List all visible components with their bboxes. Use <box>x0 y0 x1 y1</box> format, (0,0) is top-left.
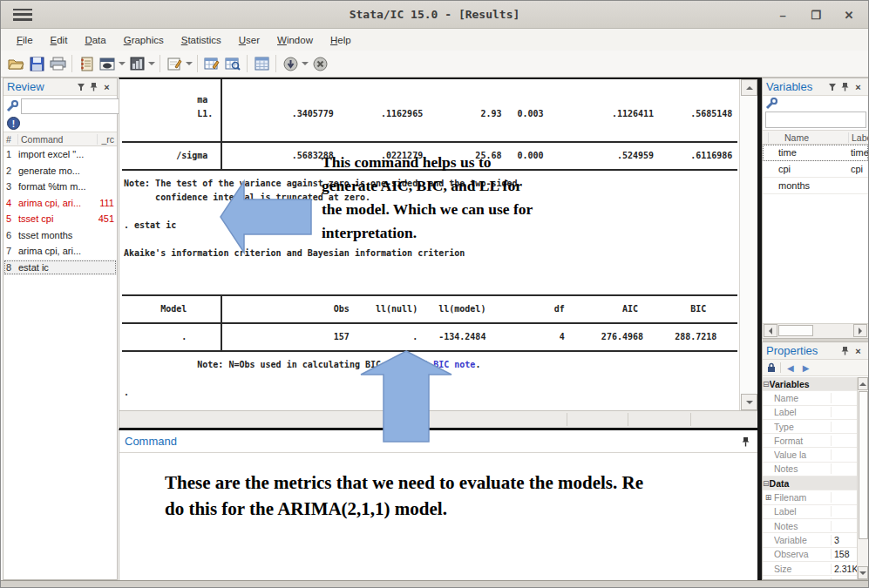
data-browser-button[interactable] <box>222 53 243 74</box>
do-dropdown-caret[interactable] <box>301 53 309 74</box>
results-scrollbar[interactable] <box>739 79 757 410</box>
menu-statistics[interactable]: Statistics <box>173 31 230 49</box>
save-button[interactable] <box>26 53 47 74</box>
col-name[interactable]: Name <box>768 132 848 143</box>
scroll-up-button[interactable] <box>741 79 757 96</box>
variables-column-headers: Name Label <box>763 130 868 145</box>
property-row[interactable]: Format <box>763 434 857 448</box>
collapse-icon[interactable]: ⊟ <box>763 479 770 488</box>
property-row[interactable]: Value la <box>763 448 857 462</box>
expand-icon[interactable]: ⊞ <box>763 493 774 502</box>
maximize-button[interactable]: ❐ <box>809 9 823 22</box>
close-icon[interactable]: × <box>852 345 865 357</box>
menu-user[interactable]: User <box>230 31 268 49</box>
properties-scrollbar[interactable] <box>857 377 868 579</box>
variables-horizontal-scrollbar[interactable] <box>763 323 868 338</box>
window-title: Stata/IC 15.0 - [Results] <box>1 8 868 21</box>
property-row[interactable]: Notes <box>763 519 857 533</box>
pin-icon[interactable] <box>838 345 852 357</box>
variable-row[interactable]: cpicpi <box>763 161 868 178</box>
review-row-error[interactable]: 4arima cpi, ari...111 <box>3 195 117 212</box>
property-row[interactable]: Type <box>763 420 857 434</box>
viewer-button[interactable] <box>97 53 118 74</box>
review-row[interactable]: 2generate mo... <box>3 163 117 179</box>
property-row[interactable]: Variable3 <box>763 533 857 547</box>
scrollbar-thumb[interactable] <box>859 391 868 539</box>
variable-row-selected[interactable]: timetime <box>763 145 868 161</box>
properties-panel: Properties × ◀ ▶ ⊟Variables Name Label T… <box>762 341 869 580</box>
annotation-note-metrics: These are the metrics that we need to ev… <box>165 470 757 522</box>
property-row[interactable]: Size2.31K <box>763 562 857 576</box>
property-row[interactable]: Notes <box>763 463 857 476</box>
data-editor-button[interactable] <box>201 53 222 74</box>
col-rc[interactable]: _rc <box>98 134 117 145</box>
annotation-note-estat: This command helps us to generate AIC, B… <box>322 151 627 245</box>
menu-edit[interactable]: Edit <box>42 31 77 49</box>
log-button[interactable] <box>76 53 97 74</box>
table-rule <box>122 322 737 324</box>
close-icon[interactable]: × <box>852 81 865 93</box>
property-row[interactable]: Memory64M <box>763 576 857 579</box>
variables-manager-button[interactable] <box>251 53 272 74</box>
up-arrow <box>360 350 453 443</box>
review-row[interactable]: 1import excel "... <box>3 146 117 163</box>
scroll-up-button[interactable] <box>858 377 868 390</box>
pin-icon[interactable] <box>838 81 852 93</box>
break-button[interactable] <box>309 53 330 74</box>
property-row[interactable]: Label <box>763 406 857 420</box>
menu-file[interactable]: File <box>8 31 42 49</box>
notification-icon[interactable]: ! <box>7 117 20 130</box>
variables-filter-input[interactable] <box>765 112 866 128</box>
properties-section[interactable]: ⊟Data <box>763 476 857 490</box>
review-row-error[interactable]: 5tsset cpi451 <box>3 211 117 227</box>
wrench-icon[interactable] <box>765 98 866 110</box>
open-button[interactable] <box>5 53 26 74</box>
review-title: Review <box>7 80 74 93</box>
scroll-down-button[interactable] <box>741 394 757 410</box>
properties-title: Properties <box>766 344 838 357</box>
review-row[interactable]: 7arima cpi, ari... <box>3 243 117 260</box>
review-row-selected[interactable]: 8estat ic <box>3 260 117 276</box>
property-row[interactable]: Observa158 <box>763 548 857 562</box>
table-rule <box>221 79 222 170</box>
review-row[interactable]: 3format %tm m... <box>3 179 117 195</box>
graph-dropdown-caret[interactable] <box>147 53 156 74</box>
variable-row[interactable]: months <box>763 178 868 194</box>
collapse-icon[interactable]: ⊟ <box>763 380 770 389</box>
col-command[interactable]: Command <box>18 134 98 145</box>
pin-icon[interactable] <box>87 81 100 93</box>
left-arrow <box>220 179 313 255</box>
print-button[interactable] <box>47 53 68 74</box>
minimize-button[interactable]: – <box>776 9 790 22</box>
properties-section[interactable]: ⊟Variables <box>763 377 857 391</box>
menu-help[interactable]: Help <box>322 31 360 49</box>
filter-icon[interactable] <box>825 81 838 93</box>
filter-icon[interactable] <box>74 81 87 93</box>
col-label[interactable]: Label <box>848 132 868 143</box>
scroll-right-button[interactable] <box>853 324 867 337</box>
col-num[interactable]: # <box>3 134 18 145</box>
property-row[interactable]: Name <box>763 391 857 405</box>
do-file-editor-dropdown-caret[interactable] <box>185 53 193 74</box>
nav-back-icon[interactable]: ◀ <box>784 363 797 373</box>
do-button[interactable] <box>280 53 301 74</box>
do-file-editor-button[interactable] <box>164 53 185 74</box>
graph-button[interactable] <box>126 53 147 74</box>
menu-graphics[interactable]: Graphics <box>115 31 173 49</box>
scrollbar-thumb[interactable] <box>778 325 813 336</box>
property-row[interactable]: ⊞Filenam <box>763 490 857 504</box>
review-row[interactable]: 6tsset months <box>3 227 117 244</box>
pin-icon[interactable] <box>739 436 752 448</box>
scroll-down-button[interactable] <box>858 566 868 579</box>
nav-forward-icon[interactable]: ▶ <box>800 363 812 373</box>
lock-icon[interactable] <box>766 362 777 373</box>
property-row[interactable]: Label <box>763 505 857 519</box>
menu-data[interactable]: Data <box>76 31 114 49</box>
scroll-left-button[interactable] <box>764 324 777 337</box>
table-rule <box>122 141 737 143</box>
close-icon[interactable]: × <box>100 81 113 93</box>
menu-window[interactable]: Window <box>268 31 322 49</box>
viewer-dropdown-caret[interactable] <box>118 53 126 74</box>
close-button[interactable]: ✕ <box>842 9 856 22</box>
wrench-icon[interactable] <box>6 100 18 112</box>
